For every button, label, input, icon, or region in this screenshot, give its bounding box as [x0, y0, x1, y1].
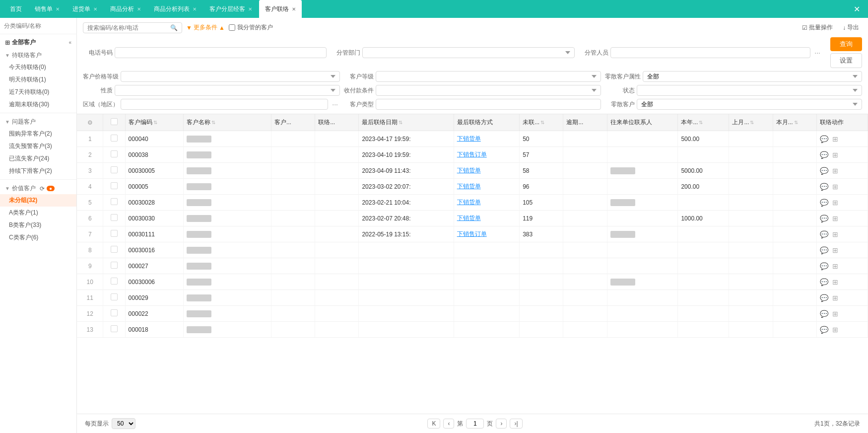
sidebar-group-pending[interactable]: ▼ 待联络客户 [0, 49, 76, 61]
tab-customer-contact[interactable]: 客户联络 ✕ [259, 0, 302, 18]
pay-select[interactable] [376, 85, 601, 96]
sidebar-group-value[interactable]: ▼ 价值客户 ⟳ ● [0, 182, 76, 194]
collapse-icon[interactable]: « [68, 40, 71, 45]
th-settings[interactable]: ⚙ [77, 114, 103, 131]
cell-check[interactable] [103, 131, 125, 147]
chat-icon[interactable]: 💬 [820, 199, 828, 207]
prev-page-btn[interactable]: ‹ [443, 419, 454, 429]
query-btn[interactable]: 查询 [830, 37, 862, 51]
cell-check[interactable] [103, 195, 125, 211]
sidebar-item-7days[interactable]: 近7天待联络(0) [0, 86, 76, 98]
sidebar-all-customers[interactable]: ⊞ 全部客户 « [0, 34, 76, 49]
grid-action-icon[interactable]: ⊞ [832, 326, 838, 334]
my-customers-checkbox[interactable] [229, 24, 235, 31]
price-select[interactable] [121, 71, 340, 82]
tab-purchase-close[interactable]: ✕ [93, 6, 97, 12]
sidebar-item-hoard[interactable]: 囤购异常客户(2) [0, 128, 76, 140]
grid-action-icon[interactable]: ⊞ [832, 310, 838, 318]
row-checkbox[interactable] [111, 135, 118, 142]
cell-check[interactable] [103, 242, 125, 258]
tab-customer-segment-close[interactable]: ✕ [248, 6, 252, 12]
contact-way-link[interactable]: 下销货单 [457, 183, 481, 190]
grid-action-icon[interactable]: ⊞ [832, 278, 838, 286]
my-customers-check[interactable]: 我分管的客户 [229, 23, 273, 32]
chat-icon[interactable]: 💬 [820, 167, 828, 175]
tab-home[interactable]: 首页 [4, 0, 28, 18]
row-checkbox[interactable] [111, 325, 118, 332]
first-page-btn[interactable]: K [427, 419, 440, 429]
cell-check[interactable] [103, 258, 125, 274]
retail-attr-select[interactable]: 全部 [643, 71, 862, 82]
chat-icon[interactable]: 💬 [820, 135, 828, 143]
sidebar-item-overdue[interactable]: 逾期未联络(30) [0, 98, 76, 111]
chat-icon[interactable]: 💬 [820, 326, 828, 334]
chat-icon[interactable]: 💬 [820, 246, 828, 254]
manager-dots[interactable]: ··· [812, 49, 822, 57]
row-checkbox[interactable] [111, 278, 118, 285]
sidebar-item-ungrouped[interactable]: 未分组(32) [0, 194, 76, 207]
contact-way-link[interactable]: 下销货单 [457, 167, 481, 174]
retail-cust-select[interactable]: 全部 [637, 99, 862, 110]
level-select[interactable] [376, 71, 601, 82]
contact-way-link[interactable]: 下销货单 [457, 135, 481, 142]
sidebar-search-input[interactable] [4, 22, 77, 29]
tab-product-analysis-list-close[interactable]: ✕ [193, 6, 197, 12]
chat-icon[interactable]: 💬 [820, 294, 828, 302]
row-checkbox[interactable] [111, 230, 118, 237]
sidebar-item-b-class[interactable]: B类客户(33) [0, 219, 76, 231]
region-input[interactable] [121, 99, 328, 110]
more-conditions-btn[interactable]: ▼ 更多条件 ▲ [186, 23, 225, 32]
page-size-select[interactable]: 50 [112, 418, 135, 429]
search-input[interactable] [87, 24, 168, 31]
grid-action-icon[interactable]: ⊞ [832, 215, 838, 222]
cust-type-input[interactable] [376, 99, 601, 110]
row-checkbox[interactable] [111, 309, 118, 316]
contact-way-link[interactable]: 下销货单 [457, 215, 481, 221]
sidebar-item-lost[interactable]: 已流失客户(24) [0, 152, 76, 165]
tab-sales[interactable]: 销售单 ✕ [29, 0, 66, 18]
nature-select[interactable] [115, 85, 340, 96]
sidebar-item-churn-warning[interactable]: 流失预警客户(3) [0, 140, 76, 152]
chat-icon[interactable]: 💬 [820, 278, 828, 286]
phone-input[interactable] [115, 47, 327, 58]
grid-action-icon[interactable]: ⊞ [832, 246, 838, 254]
tab-product-analysis[interactable]: 商品分析 ✕ [104, 0, 147, 18]
next-page-btn[interactable]: › [496, 419, 507, 429]
row-checkbox[interactable] [111, 198, 118, 205]
chat-icon[interactable]: 💬 [820, 215, 828, 222]
tab-purchase[interactable]: 进货单 ✕ [67, 0, 103, 18]
chat-icon[interactable]: 💬 [820, 262, 828, 270]
grid-action-icon[interactable]: ⊞ [832, 230, 838, 238]
dept-select[interactable] [362, 47, 574, 58]
contact-way-link[interactable]: 下销售订单 [457, 230, 487, 237]
cell-check[interactable] [103, 211, 125, 226]
sidebar-item-c-class[interactable]: C类客户(6) [0, 231, 76, 244]
tab-customer-segment[interactable]: 客户分层经客 ✕ [203, 0, 258, 18]
reset-btn[interactable]: 设置 [830, 53, 862, 68]
row-checkbox[interactable] [111, 262, 118, 269]
cell-check[interactable] [103, 274, 125, 290]
cell-check[interactable] [103, 322, 125, 338]
grid-action-icon[interactable]: ⊞ [832, 294, 838, 302]
cell-check[interactable] [103, 290, 125, 306]
batch-op-btn[interactable]: ☑ 批量操作 [799, 22, 836, 33]
grid-action-icon[interactable]: ⊞ [832, 151, 838, 159]
chat-icon[interactable]: 💬 [820, 230, 828, 238]
export-btn[interactable]: ↓ 导出 [840, 22, 862, 33]
chat-icon[interactable]: 💬 [820, 183, 828, 191]
chat-icon[interactable]: 💬 [820, 151, 828, 159]
sidebar-item-declining[interactable]: 持续下滑客户(2) [0, 165, 76, 177]
search-icon-main[interactable]: 🔍 [170, 24, 178, 31]
cell-check[interactable] [103, 163, 125, 179]
region-dots[interactable]: ··· [330, 100, 340, 108]
row-checkbox[interactable] [111, 214, 118, 221]
th-check[interactable] [103, 114, 125, 131]
tab-product-analysis-close[interactable]: ✕ [137, 6, 141, 12]
grid-action-icon[interactable]: ⊞ [832, 167, 838, 175]
sidebar-item-today[interactable]: 今天待联络(0) [0, 61, 76, 73]
grid-action-icon[interactable]: ⊞ [832, 135, 838, 143]
row-checkbox[interactable] [111, 166, 118, 173]
row-checkbox[interactable] [111, 246, 118, 253]
grid-action-icon[interactable]: ⊞ [832, 199, 838, 207]
contact-way-link[interactable]: 下销售订单 [457, 151, 487, 158]
